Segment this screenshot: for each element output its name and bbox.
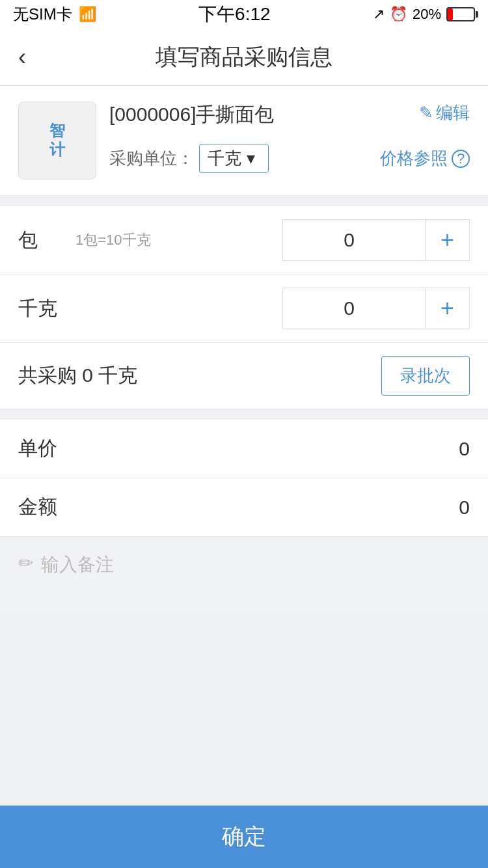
total-row: 共采购 0 千克 录批次: [0, 343, 488, 409]
price-ref-button[interactable]: 价格参照 ?: [380, 147, 470, 170]
total-label: 共采购 0 千克: [18, 362, 137, 389]
product-unit-row: 采购单位： 千克 ▾ 价格参照 ?: [109, 144, 470, 173]
nav-bar: ‹ 填写商品采购信息: [0, 29, 488, 86]
edit-icon: ✎: [419, 103, 433, 123]
help-icon: ?: [452, 150, 470, 168]
bag-label: 包: [18, 227, 70, 254]
unit-price-row: 单价 0: [0, 420, 488, 478]
battery-percent: 20%: [413, 6, 441, 23]
unit-price-value: 0: [459, 438, 470, 460]
section-divider-2: [0, 409, 488, 420]
bag-sublabel: 1包=10千克: [75, 230, 151, 250]
location-icon: ↗: [373, 6, 385, 23]
amount-value: 0: [459, 496, 470, 519]
amount-row: 金额 0: [0, 478, 488, 537]
unit-select[interactable]: 千克 ▾: [199, 144, 269, 173]
status-time: 下午6:12: [198, 2, 271, 27]
pencil-icon: ✏: [18, 552, 33, 574]
carrier-label: 无SIM卡: [13, 4, 72, 25]
product-card: 智 计 [0000006]手撕面包 ✎ 编辑 采购单位： 千克 ▾ 价格参照 ?: [0, 86, 488, 196]
section-divider-1: [0, 196, 488, 206]
amount-label: 金额: [18, 494, 57, 521]
remark-area[interactable]: ✏ 输入备注: [0, 537, 488, 615]
input-section: 包 1包=10千克 + 千克 + 共采购 0 千克 录批次: [0, 206, 488, 409]
back-button[interactable]: ‹: [18, 44, 26, 71]
bag-plus-button[interactable]: +: [426, 219, 470, 261]
kg-label: 千克: [18, 295, 70, 322]
kg-quantity-input[interactable]: [282, 288, 426, 329]
battery-icon: [446, 7, 475, 21]
product-logo: 智 计: [49, 122, 65, 159]
alarm-icon: ⏰: [390, 6, 407, 23]
product-header: [0000006]手撕面包 ✎ 编辑: [109, 102, 470, 128]
bag-input-row: 包 1包=10千克 +: [0, 206, 488, 275]
price-info-section: 单价 0 金额 0: [0, 420, 488, 537]
page-title: 填写商品采购信息: [156, 42, 332, 72]
product-name: [0000006]手撕面包: [109, 102, 419, 128]
edit-label: 编辑: [436, 102, 470, 124]
status-right: ↗ ⏰ 20%: [373, 6, 475, 23]
price-ref-label: 价格参照: [380, 147, 448, 170]
kg-controls: +: [70, 288, 470, 329]
dropdown-arrow-icon: ▾: [247, 148, 255, 169]
battery-fill: [448, 8, 453, 20]
unit-price-label: 单价: [18, 435, 57, 462]
kg-plus-button[interactable]: +: [426, 288, 470, 329]
bag-controls: +: [151, 219, 470, 261]
status-left: 无SIM卡 📶: [13, 4, 96, 25]
confirm-button[interactable]: 确定: [0, 806, 488, 868]
product-info: [0000006]手撕面包 ✎ 编辑 采购单位： 千克 ▾ 价格参照 ?: [109, 102, 470, 173]
product-image: 智 计: [18, 102, 96, 180]
wifi-icon: 📶: [79, 6, 96, 23]
status-bar: 无SIM卡 📶 下午6:12 ↗ ⏰ 20%: [0, 0, 488, 29]
batch-button[interactable]: 录批次: [381, 356, 470, 396]
bag-quantity-input[interactable]: [282, 219, 426, 261]
unit-prefix-label: 采购单位：: [109, 147, 194, 170]
unit-selector-group: 采购单位： 千克 ▾: [109, 144, 269, 173]
remark-placeholder: 输入备注: [41, 552, 114, 577]
kg-input-row: 千克 +: [0, 275, 488, 343]
edit-button[interactable]: ✎ 编辑: [419, 102, 470, 124]
unit-value: 千克: [208, 147, 241, 170]
